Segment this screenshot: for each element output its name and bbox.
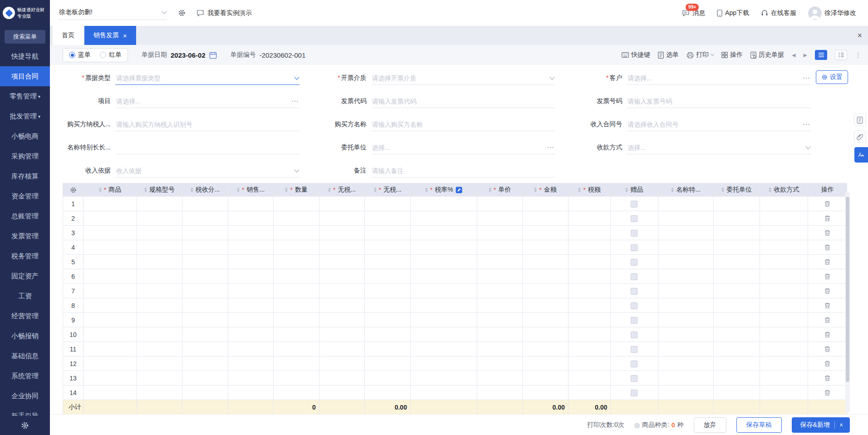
calendar-icon[interactable] [209, 51, 217, 59]
grid-cell[interactable] [410, 298, 477, 313]
grid-cell[interactable] [714, 284, 760, 298]
grid-cell[interactable] [137, 327, 182, 342]
sidebar-item-经营管理[interactable]: 经营管理 [0, 306, 50, 326]
scrollbar-thumb[interactable] [846, 197, 849, 382]
gift-checkbox[interactable] [631, 259, 638, 266]
grid-cell[interactable] [83, 342, 137, 356]
save-and-new-button[interactable]: 保存&新增 ∧ [792, 417, 850, 433]
grid-cell[interactable] [714, 313, 760, 327]
grid-cell[interactable] [714, 255, 760, 269]
grid-cell[interactable] [410, 371, 477, 386]
grid-cell[interactable] [477, 240, 523, 255]
grid-cell[interactable] [568, 197, 610, 211]
grid-cell[interactable] [274, 211, 319, 226]
sidebar-item-快捷导航[interactable]: 快捷导航 [0, 46, 50, 66]
delete-row-icon[interactable] [824, 287, 831, 295]
delete-row-icon[interactable] [824, 346, 831, 353]
tab-home[interactable]: 首页 [53, 26, 83, 45]
grid-cell[interactable] [182, 327, 228, 342]
column-header-操作[interactable]: 操作 [808, 183, 847, 197]
sort-icon[interactable] [489, 188, 491, 192]
form-field-input[interactable] [372, 167, 554, 174]
sidebar-item-批发管理[interactable]: 批发管理▾ [0, 106, 50, 126]
grid-cell[interactable] [658, 284, 714, 298]
grid-cell[interactable] [319, 284, 365, 298]
grid-cell[interactable] [182, 197, 228, 211]
column-header-赠品[interactable]: 赠品 [611, 183, 658, 197]
grid-cell[interactable] [568, 298, 610, 313]
grid-cell[interactable] [274, 240, 319, 255]
grid-cell[interactable] [760, 240, 808, 255]
grid-cell[interactable] [137, 313, 182, 327]
grid-cell[interactable] [137, 342, 182, 356]
sidebar-item-零售管理[interactable]: 零售管理▾ [0, 86, 50, 106]
column-header-商品[interactable]: *商品 [83, 183, 137, 197]
grid-cell[interactable] [410, 211, 477, 226]
grid-cell[interactable] [182, 386, 228, 400]
grid-cell[interactable] [228, 269, 274, 284]
save-draft-button[interactable]: 保存草稿 [736, 417, 782, 433]
delete-row-icon[interactable] [824, 302, 831, 309]
date-value[interactable]: 2023-06-02 [171, 51, 206, 59]
grid-cell[interactable] [714, 269, 760, 284]
form-field-input[interactable] [116, 144, 299, 151]
grid-cell[interactable] [137, 269, 182, 284]
grid-cell[interactable] [760, 298, 808, 313]
grid-cell[interactable] [523, 298, 569, 313]
user-menu[interactable]: 徐泽华修改 [808, 6, 856, 20]
sidebar-item-库存核算[interactable]: 库存核算 [0, 166, 50, 186]
grid-cell[interactable] [274, 226, 319, 240]
grid-cell[interactable] [365, 298, 411, 313]
delete-row-icon[interactable] [824, 244, 831, 251]
sidebar-item-固定资产[interactable]: 固定资产 [0, 266, 50, 286]
sort-icon[interactable] [237, 188, 240, 192]
form-field-input[interactable] [116, 74, 292, 82]
operate-button[interactable]: 操作 [721, 51, 743, 59]
grid-cell[interactable] [319, 226, 365, 240]
grid-cell[interactable] [477, 342, 523, 356]
grid-cell[interactable] [714, 386, 760, 400]
grid-cell[interactable] [568, 226, 610, 240]
grid-cell[interactable] [182, 240, 228, 255]
delete-row-icon[interactable] [824, 316, 831, 324]
grid-cell[interactable] [182, 313, 228, 327]
form-field-input[interactable] [628, 98, 810, 105]
grid-cell[interactable] [477, 327, 523, 342]
form-field-票据类型[interactable] [115, 71, 299, 85]
grid-cell[interactable] [274, 284, 319, 298]
grid-cell[interactable] [568, 240, 610, 255]
form-field-委托单位[interactable]: ⋯ [371, 141, 555, 154]
sidebar-item-工资[interactable]: 工资 [0, 286, 50, 306]
form-field-收款方式[interactable] [627, 141, 811, 154]
grid-cell[interactable] [137, 255, 182, 269]
grid-cell[interactable] [319, 255, 365, 269]
pick-order-button[interactable]: 选单 [658, 51, 679, 59]
grid-cell[interactable] [182, 269, 228, 284]
column-header-金额[interactable]: *金额 [523, 183, 569, 197]
grid-cell[interactable] [658, 255, 714, 269]
grid-cell[interactable] [760, 386, 808, 400]
grid-cell[interactable] [523, 269, 569, 284]
grid-cell[interactable] [568, 356, 610, 371]
form-field-input[interactable] [372, 74, 548, 82]
delete-row-icon[interactable] [824, 389, 831, 396]
radio-blue-invoice[interactable]: 蓝单 [69, 51, 91, 59]
form-field-input[interactable] [628, 144, 804, 151]
grid-cell[interactable] [365, 240, 411, 255]
grid-cell[interactable] [410, 197, 477, 211]
grid-cell[interactable] [410, 284, 477, 298]
column-header-名称特...[interactable]: 名称特... [658, 183, 714, 197]
form-field-input[interactable] [116, 121, 299, 128]
grid-cell[interactable] [477, 284, 523, 298]
grid-cell[interactable] [477, 386, 523, 400]
grid-cell[interactable] [658, 356, 714, 371]
grid-cell[interactable] [568, 327, 610, 342]
delete-row-icon[interactable] [824, 215, 831, 222]
grid-cell[interactable] [365, 226, 411, 240]
sort-icon[interactable] [625, 188, 628, 192]
sidebar-item-企业协同[interactable]: 企业协同 [0, 386, 50, 406]
grid-cell[interactable] [658, 313, 714, 327]
grid-cell[interactable] [477, 313, 523, 327]
gift-checkbox[interactable] [631, 331, 638, 338]
grid-cell[interactable] [477, 298, 523, 313]
